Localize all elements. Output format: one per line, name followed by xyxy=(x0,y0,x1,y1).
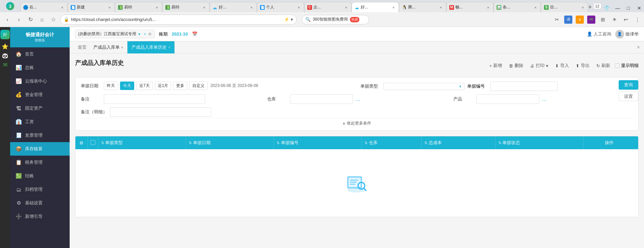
breadcrumb-history-close[interactable]: × xyxy=(168,45,170,49)
note-input[interactable] xyxy=(104,94,205,104)
date-btn-7days[interactable]: 近7天 xyxy=(136,82,153,90)
import-button[interactable]: ⬇ 导入 xyxy=(553,61,571,70)
th-gear[interactable]: ⚙ xyxy=(75,136,88,149)
sidebar-item-fund[interactable]: 💰 资金管理 xyxy=(10,88,70,102)
show-cols-checkbox[interactable] xyxy=(615,63,620,68)
th-no[interactable]: ⇅ 单据编号 xyxy=(274,136,362,149)
tab-close-t2[interactable]: × xyxy=(107,5,112,10)
breadcrumb-tab-history[interactable]: 产成品入库单历史 × xyxy=(127,41,174,53)
maximize-button[interactable]: □ xyxy=(624,4,633,12)
app-sidebar-icon-weibo[interactable]: 🐼 xyxy=(2,52,8,59)
date-btn-today[interactable]: 今天 xyxy=(120,82,134,90)
tab-t3[interactable]: 📗 易特 × xyxy=(115,2,162,12)
settings-icon[interactable]: ⋮ xyxy=(633,16,641,24)
translate-icon[interactable]: 译 xyxy=(564,16,572,24)
select-all-checkbox[interactable] xyxy=(91,140,95,145)
history-back-icon[interactable]: ↩ xyxy=(622,16,630,24)
grid-icon[interactable]: ⊞ xyxy=(599,16,607,24)
th-warehouse[interactable]: ⇅ 仓库 xyxy=(362,136,422,149)
note-detail-input[interactable] xyxy=(110,107,211,117)
tab-t11[interactable]: 📊 各... × xyxy=(494,2,541,12)
dropdown-icon[interactable]: ▾ xyxy=(291,17,293,22)
url-bar[interactable]: 🔒 https://cloud.chanjet.com/accounting/u… xyxy=(60,15,297,25)
export-button[interactable]: ⬆ 导出 xyxy=(574,61,592,70)
company-select[interactable]: (勿删勿禁用）江西服宝测试专用 ▾ + ⚙ xyxy=(75,30,155,38)
tab-t8[interactable]: ☁ 好... × xyxy=(352,2,399,12)
breadcrumb-list-close[interactable]: × xyxy=(121,45,123,49)
forward-button[interactable]: › xyxy=(14,15,24,24)
product-dots[interactable]: ... xyxy=(542,96,546,102)
refresh-button[interactable]: ↻ xyxy=(26,15,35,24)
product-input[interactable] xyxy=(476,94,539,104)
breadcrumb-tab-list[interactable]: 产成品入库单 × xyxy=(89,41,127,53)
sidebar-item-ledger[interactable]: 📊 总账 xyxy=(10,61,70,74)
calendar-icon[interactable]: 📅 xyxy=(192,31,197,37)
tab-close-t4[interactable]: × xyxy=(202,5,207,10)
print-button[interactable]: 🖨 打印 ▾ xyxy=(528,61,550,70)
th-type[interactable]: ⇅ 单据类型 xyxy=(98,136,186,149)
home-button[interactable]: ⌂ xyxy=(37,15,47,24)
th-date[interactable]: ⇅ 单据日期 xyxy=(186,136,274,149)
refresh-button[interactable]: ↻ 刷新 xyxy=(594,61,612,70)
tab-close-t9[interactable]: × xyxy=(438,5,443,10)
voucher-no-input[interactable] xyxy=(490,82,558,91)
tab-close-t11[interactable]: × xyxy=(533,5,538,10)
theme-icon[interactable]: ☀ xyxy=(610,16,618,24)
delete-button[interactable]: 🗑 删除 xyxy=(507,61,525,70)
tab-close-t3[interactable]: × xyxy=(154,5,159,10)
tab-t9[interactable]: 🐧 腾... × xyxy=(399,2,446,12)
sidebar-item-home[interactable]: 🏠 首页 xyxy=(10,47,70,61)
sidebar-item-settle[interactable]: 💹 结账 xyxy=(10,169,70,183)
sidebar-item-tax[interactable]: 📋 税务管理 xyxy=(10,156,70,169)
warehouse-dots[interactable]: ... xyxy=(356,96,360,102)
sidebar-item-payroll[interactable]: 👔 工资 xyxy=(10,115,70,129)
tab-t7[interactable]: C 企... × xyxy=(304,2,352,12)
tab-close-t8[interactable]: × xyxy=(391,5,396,10)
user-profile-button[interactable]: 👤 徐泽华 xyxy=(615,30,639,39)
date-btn-custom[interactable]: 自定义 xyxy=(189,82,208,90)
settings-company-icon[interactable]: ⚙ xyxy=(148,32,152,37)
sidebar-item-new[interactable]: ➕ 新增引导 xyxy=(10,210,70,223)
tab-close-t10[interactable]: × xyxy=(486,5,491,10)
tab-t2[interactable]: 📄 新建 × xyxy=(68,2,115,12)
tab-t1[interactable]: 🌐 在... × xyxy=(20,2,68,12)
sidebar-item-report[interactable]: 📈 云报表中心 xyxy=(10,74,70,88)
yuan-icon[interactable]: ¥ xyxy=(576,16,584,24)
tab-close-t7[interactable]: × xyxy=(344,5,349,10)
date-btn-yesterday[interactable]: 昨天 xyxy=(104,82,118,90)
tab-close-t1[interactable]: × xyxy=(60,5,65,10)
back-button[interactable]: ‹ xyxy=(3,15,12,24)
sidebar-item-invoice[interactable]: 🧾 发票管理 xyxy=(10,129,70,142)
sidebar-item-basic[interactable]: ⚙ 基础设置 xyxy=(10,196,70,210)
tab-t5[interactable]: ☁ 好... × xyxy=(210,2,257,12)
close-button[interactable]: ✕ xyxy=(635,4,643,12)
shirt-icon[interactable]: 👕 xyxy=(603,4,611,12)
scissors-icon[interactable]: ✂ xyxy=(553,16,561,24)
tab-t6[interactable]: 📄 个人 × xyxy=(257,2,304,12)
th-status[interactable]: ⇅ 单据状态 xyxy=(495,136,583,149)
warehouse-input[interactable] xyxy=(290,94,353,104)
extensions-icon[interactable]: ⚡ xyxy=(284,17,289,22)
type-filter-select[interactable]: ▾ xyxy=(383,83,464,90)
breadcrumb-home[interactable]: 首页 xyxy=(75,41,89,53)
date-btn-more[interactable]: 更多 xyxy=(173,82,187,90)
tab-t10[interactable]: M 畅... × xyxy=(446,2,494,12)
sidebar-item-asset[interactable]: 🏗 固定资产 xyxy=(10,102,70,115)
collapse-button[interactable]: ∧ 收起更多条件 xyxy=(81,118,633,126)
app-sidebar-icon-mail[interactable]: ✉ xyxy=(3,62,7,68)
new-tab-button[interactable]: + xyxy=(588,2,592,12)
tab-close-t12[interactable]: × xyxy=(580,5,585,10)
app-sidebar-icon-star[interactable]: ⭐ xyxy=(2,43,8,50)
add-button[interactable]: + 新增 xyxy=(487,61,504,70)
tab-close-t5[interactable]: × xyxy=(249,5,254,10)
bookmark-button[interactable]: ☆ xyxy=(49,15,58,24)
sidebar-item-archive[interactable]: 🗂 归档管理 xyxy=(10,183,70,196)
query-button[interactable]: 查询 xyxy=(619,80,638,90)
th-cost[interactable]: ⇅ 总成本 xyxy=(422,136,495,149)
close-panel-button[interactable]: × xyxy=(633,44,644,50)
minimize-button[interactable]: — xyxy=(614,4,622,12)
th-checkbox[interactable] xyxy=(88,136,98,149)
date-btn-1month[interactable]: 近1月 xyxy=(155,82,171,90)
customer-service-button[interactable]: 👤 人工咨询 xyxy=(587,31,611,37)
tab-t4[interactable]: 📗 易特 × xyxy=(162,2,210,12)
